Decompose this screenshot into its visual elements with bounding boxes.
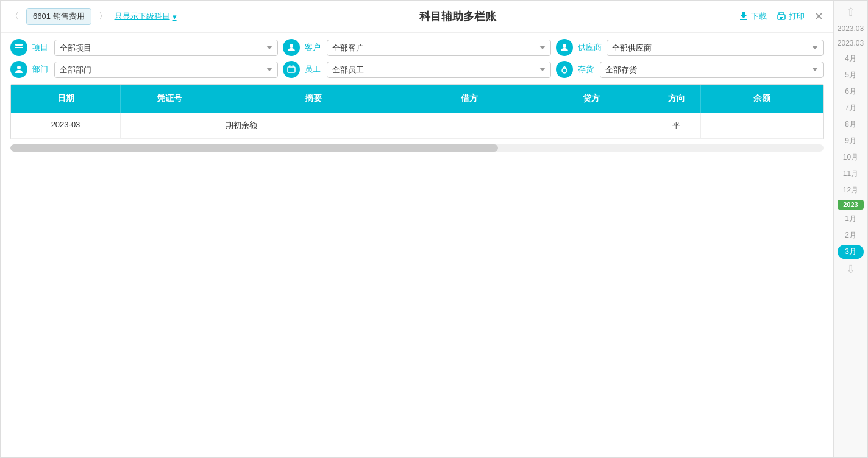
col-direction: 方向 — [652, 85, 701, 113]
col-balance: 余额 — [701, 85, 823, 113]
department-select[interactable]: 全部部门 — [54, 62, 278, 78]
svg-rect-4 — [15, 47, 23, 48]
row-credit — [530, 113, 652, 138]
prev-account-arrow[interactable]: 〈 — [10, 11, 19, 22]
horizontal-scrollbar[interactable] — [10, 144, 498, 152]
timeline-item-3[interactable]: 5月 — [834, 67, 867, 83]
col-date: 日期 — [11, 85, 121, 113]
department-icon — [10, 61, 27, 78]
timeline-item-7[interactable]: 9月 — [834, 133, 867, 149]
timeline-down-arrow[interactable]: ⇩ — [846, 260, 855, 278]
row-debit — [408, 113, 530, 138]
show-sub-label: 只显示下级科目 — [115, 11, 170, 22]
col-voucher: 凭证号 — [121, 85, 218, 113]
svg-point-6 — [563, 44, 566, 48]
row-balance — [701, 113, 823, 138]
timeline-year-badge[interactable]: 2023 — [838, 200, 864, 210]
employee-select[interactable]: 全部员工 — [327, 62, 550, 78]
row-date: 2023-03 — [11, 113, 121, 138]
timeline-item-5[interactable]: 7月 — [834, 100, 867, 116]
customer-select[interactable]: 全部客户 — [327, 40, 550, 56]
row-summary: 期初余额 — [218, 113, 408, 138]
filter-inventory-row: 存货 全部存货 — [556, 61, 824, 78]
timeline-item-8[interactable]: 10月 — [834, 149, 867, 166]
print-button[interactable]: 打印 — [777, 11, 805, 22]
ledger-table: 日期 凭证号 摘要 借方 贷方 方向 余额 2023-03 期初余额 平 — [10, 84, 824, 139]
col-summary: 摘要 — [218, 85, 408, 113]
project-label: 项目 — [32, 42, 49, 53]
row-voucher — [121, 113, 218, 138]
row-direction: 平 — [652, 113, 701, 138]
svg-rect-5 — [15, 49, 20, 49]
filter-project-row: 项目 全部项目 — [10, 39, 278, 56]
supplier-icon — [556, 39, 573, 56]
page-title: 科目辅助多栏账 — [184, 9, 731, 24]
inventory-select[interactable]: 全部存货 — [600, 62, 824, 78]
col-debit: 借方 — [408, 85, 530, 113]
top-bar: 〈 6601 销售费用 〉 只显示下级科目 ▾ 科目辅助多栏账 下载 打印 ✕ — [1, 1, 833, 33]
download-icon — [739, 12, 749, 21]
table-body: 2023-03 期初余额 平 — [11, 113, 823, 139]
timeline-item-1[interactable]: 2023.03 — [834, 36, 867, 51]
timeline-item-4[interactable]: 6月 — [834, 83, 867, 100]
timeline-item-2[interactable]: 4月 — [834, 51, 867, 67]
customer-label: 客户 — [305, 42, 322, 53]
svg-rect-8 — [288, 67, 295, 72]
supplier-select[interactable]: 全部供应商 — [607, 40, 824, 56]
timeline-sidebar: ⇧ 2023.03 2023.03 4月 5月 6月 7月 8月 9月 10月 … — [833, 1, 867, 457]
filter-supplier-row: 供应商 全部供应商 — [556, 39, 824, 56]
close-button[interactable]: ✕ — [814, 10, 824, 23]
timeline-item-12[interactable]: 1月 — [834, 211, 867, 227]
inventory-label: 存货 — [578, 64, 595, 75]
print-icon — [777, 12, 786, 21]
svg-rect-2 — [780, 18, 782, 19]
show-sub-dropdown-icon: ▾ — [173, 12, 177, 21]
timeline-up-arrow[interactable]: ⇧ — [846, 3, 855, 21]
account-code-label[interactable]: 6601 销售费用 — [26, 8, 91, 25]
filter-area: 项目 全部项目 客户 全部客户 供应商 全部供 — [1, 33, 833, 84]
filter-employee-row: 员工 全部员工 — [283, 61, 550, 78]
inventory-icon — [556, 61, 573, 78]
timeline-item-13[interactable]: 2月 — [834, 227, 867, 244]
timeline-item-6[interactable]: 8月 — [834, 116, 867, 133]
employee-icon — [283, 61, 300, 78]
main-window: ⇧ 2023.03 2023.03 4月 5月 6月 7月 8月 9月 10月 … — [0, 0, 868, 458]
employee-label: 员工 — [305, 64, 322, 75]
col-credit: 贷方 — [530, 85, 652, 113]
supplier-label: 供应商 — [578, 42, 602, 53]
timeline-item-9[interactable]: 11月 — [834, 166, 867, 182]
table-row: 2023-03 期初余额 平 — [11, 113, 823, 139]
svg-point-9 — [562, 68, 567, 73]
top-actions: 下载 打印 ✕ — [739, 10, 824, 23]
download-button[interactable]: 下载 — [739, 11, 767, 22]
table-header: 日期 凭证号 摘要 借方 贷方 方向 余额 — [11, 85, 823, 113]
next-account-arrow[interactable]: 〉 — [99, 11, 107, 22]
project-select[interactable]: 全部项目 — [54, 40, 278, 56]
svg-rect-3 — [15, 44, 23, 46]
svg-point-7 — [17, 66, 21, 69]
filter-department-row: 部门 全部部门 — [10, 61, 278, 78]
filter-customer-row: 客户 全部客户 — [283, 39, 550, 56]
customer-icon — [283, 39, 300, 56]
content-area: 〈 6601 销售费用 〉 只显示下级科目 ▾ 科目辅助多栏账 下载 打印 ✕ — [1, 1, 833, 152]
timeline-item-10[interactable]: 12月 — [834, 182, 867, 199]
timeline-item-0[interactable]: 2023.03 — [834, 21, 867, 36]
svg-rect-1 — [780, 17, 783, 18]
timeline-selected-month[interactable]: 3月 — [838, 245, 864, 259]
show-sub-button[interactable]: 只显示下级科目 ▾ — [115, 11, 177, 22]
project-icon — [10, 39, 27, 56]
department-label: 部门 — [32, 64, 49, 75]
